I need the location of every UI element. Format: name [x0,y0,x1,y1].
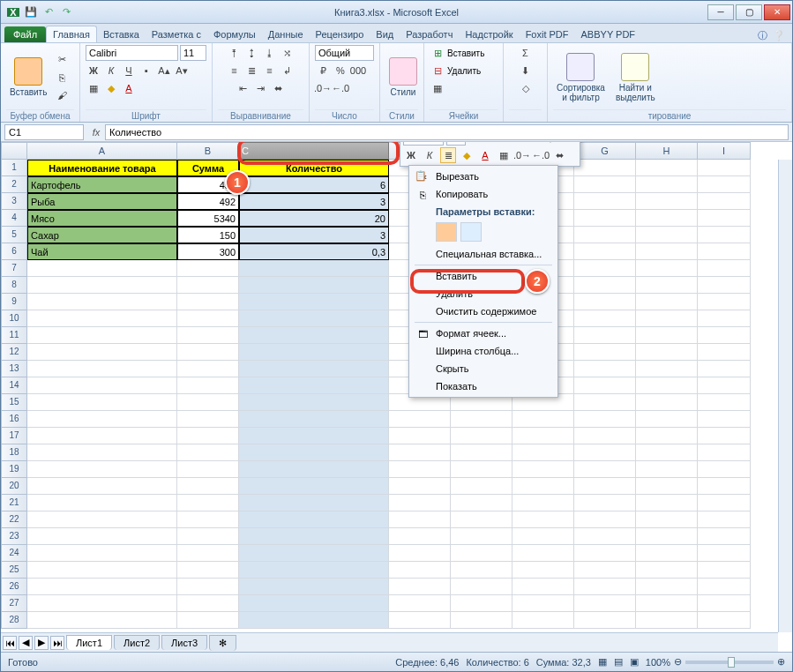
cell[interactable]: 20 [239,210,389,227]
mini-font-family[interactable]: Calibri [403,142,444,146]
cell[interactable] [451,511,512,528]
cell[interactable] [574,160,636,176]
vertical-scrollbar[interactable] [778,160,792,632]
cell[interactable] [239,478,389,495]
cell[interactable] [636,243,698,260]
cell[interactable] [698,411,751,428]
cell[interactable] [239,511,389,528]
row-header[interactable]: 5 [1,227,27,243]
col-header-h[interactable]: H [636,142,698,160]
cell[interactable]: Рыба [27,193,177,210]
sheet-tab-new[interactable]: ✻ [209,635,236,651]
row-header[interactable]: 18 [1,444,27,461]
view-normal-icon[interactable]: ▦ [598,656,607,668]
tab-developer[interactable]: Разработч [400,26,459,42]
row-header[interactable]: 7 [1,260,27,277]
zoom-in-button[interactable]: ⊕ [777,656,785,668]
ctx-hide[interactable]: Скрыть [411,360,556,377]
cell[interactable] [636,478,698,495]
cell[interactable] [698,294,751,310]
cell[interactable] [389,562,451,579]
cell[interactable] [574,444,636,461]
cell[interactable] [239,461,389,478]
cell[interactable] [636,511,698,528]
cell[interactable] [512,545,574,562]
cell[interactable] [574,411,636,428]
sheet-nav-last[interactable]: ⏭ [50,636,64,650]
cell[interactable] [574,612,636,629]
formula-input[interactable]: Количество [105,124,789,140]
cell[interactable] [27,361,177,377]
row-header[interactable]: 26 [1,579,27,595]
ctx-copy[interactable]: ⎘Копировать [411,185,556,203]
cell[interactable] [574,361,636,377]
paste-button[interactable]: Вставить [6,54,50,101]
cell[interactable] [698,528,751,545]
cell[interactable] [636,377,698,394]
cell[interactable] [574,327,636,344]
cell[interactable] [698,327,751,344]
cell[interactable] [636,528,698,545]
cell[interactable] [698,176,751,193]
cell[interactable] [698,193,751,210]
percent-icon[interactable]: % [333,63,348,78]
cell[interactable] [389,545,451,562]
orientation-icon[interactable]: ⤭ [280,45,296,61]
cell[interactable] [27,595,177,612]
tab-layout[interactable]: Разметка с [146,26,207,42]
cell[interactable]: 0,3 [239,243,389,260]
mini-italic-button[interactable]: К [422,147,438,163]
cell[interactable] [574,344,636,361]
delete-cells-button[interactable]: ⊟Удалить [430,63,481,78]
ctx-clear[interactable]: Очистить содержимое [411,302,556,320]
cell[interactable] [698,277,751,294]
cell[interactable] [239,294,389,310]
cell[interactable] [177,511,239,528]
cell[interactable] [239,344,389,361]
cell[interactable] [698,478,751,495]
merge-button[interactable]: ⬌ [271,80,287,96]
view-pagebreak-icon[interactable]: ▣ [630,656,639,668]
cell[interactable] [512,461,574,478]
cell[interactable] [636,579,698,595]
mini-bold-button[interactable]: Ж [403,147,419,163]
cell[interactable] [27,411,177,428]
cell[interactable] [698,545,751,562]
cell[interactable] [636,612,698,629]
sheet-tab-1[interactable]: Лист1 [66,635,112,650]
cell[interactable] [636,595,698,612]
cell[interactable] [636,327,698,344]
tab-foxit[interactable]: Foxit PDF [520,26,575,42]
italic-button[interactable]: К [103,63,119,78]
cell[interactable] [636,210,698,227]
cell[interactable] [698,428,751,444]
cell[interactable] [512,579,574,595]
col-header-g[interactable]: G [574,142,636,160]
cell[interactable] [698,394,751,411]
file-tab[interactable]: Файл [4,26,46,42]
mini-font-color-icon[interactable]: A [477,147,493,163]
row-header[interactable]: 23 [1,528,27,545]
cell[interactable] [27,511,177,528]
border-button[interactable]: ▦ [86,80,101,96]
cell[interactable] [239,545,389,562]
cell[interactable] [574,495,636,511]
minimize-button[interactable]: ─ [707,4,734,20]
font-color-button[interactable]: A [121,80,137,96]
cell[interactable]: 5340 [177,210,239,227]
cell[interactable] [239,444,389,461]
cell[interactable] [451,444,512,461]
fill-icon[interactable]: ⬇ [518,63,534,78]
cell[interactable] [177,545,239,562]
cell[interactable] [512,478,574,495]
cell[interactable] [512,444,574,461]
row-header[interactable]: 19 [1,461,27,478]
copy-icon[interactable]: ⎘ [54,70,70,86]
cell[interactable] [574,528,636,545]
cell[interactable]: Наименование товара [27,160,177,176]
cell[interactable] [574,579,636,595]
cell[interactable] [27,327,177,344]
cell[interactable]: 6 [239,176,389,193]
decrease-decimal-icon[interactable]: ←.0 [333,80,348,96]
cell[interactable] [636,394,698,411]
